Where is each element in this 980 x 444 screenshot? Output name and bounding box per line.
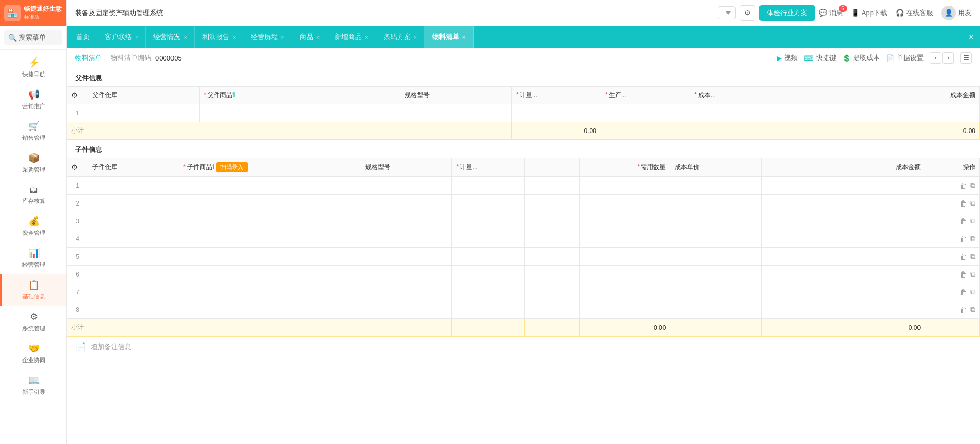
child-unit-2[interactable]: [452, 195, 525, 212]
child-delete-3[interactable]: 🗑: [960, 217, 967, 225]
child-delete-5[interactable]: 🗑: [960, 253, 967, 261]
child-spec-1[interactable]: [361, 177, 452, 195]
sidebar-item-basic-info[interactable]: 📋 基础信息: [0, 274, 66, 306]
child-goods-info-icon[interactable]: ℹ: [212, 163, 215, 171]
parent-col-spacer: [779, 87, 868, 104]
extract-cost-action[interactable]: 💲 提取成本: [842, 53, 880, 63]
online-service-button[interactable]: 🎧 在线客服: [896, 8, 933, 18]
list-view-button[interactable]: ☰: [960, 52, 972, 64]
tab-operations[interactable]: 经营情况 ×: [146, 26, 194, 48]
bottom-doc-icon: 📄: [75, 341, 87, 353]
parent-goods-info-icon[interactable]: ℹ: [232, 91, 235, 99]
child-table-row: 6 🗑⧉: [67, 266, 980, 283]
breadcrumb-main[interactable]: 物料清单: [75, 53, 102, 63]
sidebar-item-marketing[interactable]: 📢 营销推广: [0, 83, 66, 115]
child-unit-cost-1[interactable]: [670, 177, 762, 195]
user-menu[interactable]: 👤 用友: [941, 6, 972, 20]
parent-cost-cell[interactable]: [690, 104, 779, 122]
child-qty-2[interactable]: [579, 195, 670, 212]
tab-operations-close[interactable]: ×: [183, 34, 187, 40]
tab-profit[interactable]: 利润报告 ×: [195, 26, 243, 48]
child-warehouse-1[interactable]: [88, 177, 179, 195]
child-delete-8[interactable]: 🗑: [960, 306, 967, 314]
child-actions-1: 🗑 ⧉: [925, 177, 980, 195]
child-copy-6[interactable]: ⧉: [970, 270, 975, 279]
child-copy-3[interactable]: ⧉: [970, 217, 975, 225]
child-copy-5[interactable]: ⧉: [970, 252, 975, 261]
sidebar-item-label: 新手引导: [22, 388, 45, 396]
tab-home[interactable]: 首页: [69, 26, 97, 48]
sidebar-item-purchase[interactable]: 📦 采购管理: [0, 147, 66, 179]
content-inner: 物料清单 物料清单编码 0000005 ▶ 视频 ⌨ 快捷键 💲 提取成本: [67, 48, 980, 444]
child-qty-1[interactable]: [579, 177, 670, 195]
search-menu-button[interactable]: 🔍 搜索菜单: [4, 30, 62, 45]
quick-nav-icon: ⚡: [28, 57, 40, 68]
child-subtotal-cost: 0.00: [816, 319, 925, 337]
next-arrow[interactable]: ›: [942, 52, 954, 64]
child-delete-2[interactable]: 🗑: [960, 199, 967, 208]
parent-spec-cell[interactable]: [400, 104, 511, 122]
bottom-hint[interactable]: 增加备注信息: [91, 342, 131, 352]
sidebar-item-system[interactable]: ⚙ 系统管理: [0, 306, 66, 338]
scan-input-button[interactable]: 扫码录入: [216, 162, 248, 172]
tab-customer[interactable]: 客户联络 ×: [97, 26, 146, 48]
single-settings-action[interactable]: 📄 单据设置: [886, 53, 924, 63]
sidebar-item-guide[interactable]: 📖 新手引导: [0, 369, 66, 401]
child-spec-2[interactable]: [361, 195, 452, 212]
child-delete-4[interactable]: 🗑: [960, 235, 967, 243]
child-delete-1[interactable]: 🗑: [960, 182, 967, 190]
shortcut-action[interactable]: ⌨ 快捷键: [804, 53, 836, 63]
close-all-tabs[interactable]: ×: [964, 32, 978, 43]
sidebar-item-sales[interactable]: 🛒 销售管理: [0, 115, 66, 147]
child-table-wrapper: ⚙ 子件仓库 *子件商品ℹ 扫码录入 规格型号 *计量... *需用数量 成本单…: [67, 158, 980, 337]
child-copy-2[interactable]: ⧉: [970, 199, 975, 208]
operations-icon: 📊: [28, 247, 40, 259]
nav-arrows: ‹ ›: [930, 52, 954, 64]
child-copy-7[interactable]: ⧉: [970, 287, 975, 296]
app-download-button[interactable]: 📱 App下载: [851, 8, 887, 18]
tab-new-goods-close[interactable]: ×: [365, 34, 368, 40]
trial-button[interactable]: 体验行业方案: [760, 5, 815, 21]
child-copy-8[interactable]: ⧉: [970, 305, 975, 314]
child-spacer1-1: [525, 177, 580, 195]
tab-goods[interactable]: 商品 ×: [292, 26, 327, 48]
settings-icon[interactable]: ⚙: [71, 91, 78, 99]
child-copy-4[interactable]: ⧉: [970, 234, 975, 243]
tab-new-goods[interactable]: 新增商品 ×: [327, 26, 376, 48]
parent-warehouse-cell[interactable]: [88, 104, 200, 122]
sidebar-item-enterprise[interactable]: 🤝 企业协同: [0, 338, 66, 369]
parent-production-cell[interactable]: [601, 104, 690, 122]
settings-button[interactable]: ⚙: [740, 5, 755, 21]
prev-arrow[interactable]: ‹: [930, 52, 941, 64]
child-settings-icon[interactable]: ⚙: [71, 163, 78, 171]
tab-history-close[interactable]: ×: [281, 34, 284, 40]
system-selector[interactable]: [718, 6, 736, 19]
sidebar-item-finance[interactable]: 💰 资金管理: [0, 210, 66, 242]
tab-bom-close[interactable]: ×: [462, 34, 466, 40]
child-copy-1[interactable]: ⧉: [970, 181, 975, 190]
parent-table-wrapper: ⚙ 父件仓库 *父件商品ℹ 规格型号 *计量... *生产... *成本... …: [67, 86, 980, 140]
child-warehouse-2[interactable]: [88, 195, 179, 212]
child-unit-cost-2[interactable]: [670, 195, 762, 212]
child-unit-1[interactable]: [452, 177, 525, 195]
sidebar-item-quick-nav[interactable]: ⚡ 快捷导航: [0, 52, 66, 83]
video-action[interactable]: ▶ 视频: [777, 53, 798, 63]
tab-history[interactable]: 经营历程 ×: [243, 26, 292, 48]
parent-unit-cell[interactable]: [511, 104, 601, 122]
child-goods-2[interactable]: [179, 195, 361, 212]
child-delete-7[interactable]: 🗑: [960, 288, 967, 296]
parent-goods-cell[interactable]: [199, 104, 400, 122]
tab-goods-close[interactable]: ×: [316, 34, 320, 40]
tab-bom[interactable]: 物料清单 ×: [425, 26, 473, 48]
child-row-num-3: 3: [67, 212, 88, 230]
sidebar-item-operations[interactable]: 📊 经营管理: [0, 242, 66, 274]
child-delete-6[interactable]: 🗑: [960, 270, 967, 279]
child-goods-1[interactable]: [179, 177, 361, 195]
tab-barcode-close[interactable]: ×: [414, 34, 417, 40]
tab-barcode[interactable]: 条码方案 ×: [376, 26, 425, 48]
message-button[interactable]: 💬 消息 6: [819, 8, 843, 18]
sidebar-item-inventory[interactable]: 🗂 库存核算: [0, 179, 66, 210]
tab-customer-close[interactable]: ×: [135, 34, 138, 40]
tab-profit-close[interactable]: ×: [232, 34, 236, 40]
sidebar-item-label: 经营管理: [22, 261, 45, 269]
